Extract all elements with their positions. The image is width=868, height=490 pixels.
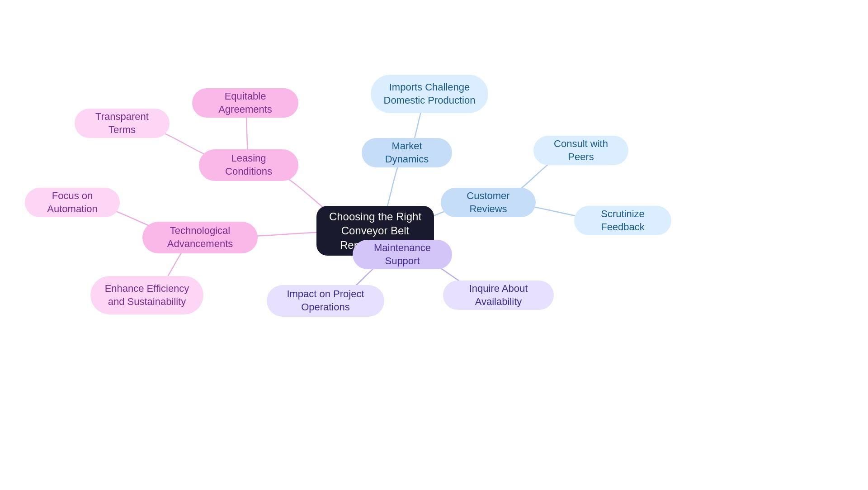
impact-operations-node[interactable]: Impact on Project Operations <box>267 285 384 317</box>
maintenance-support-node[interactable]: Maintenance Support <box>353 240 452 269</box>
imports-challenge-node[interactable]: Imports Challenge Domestic Production <box>371 75 488 113</box>
market-dynamics-node[interactable]: Market Dynamics <box>362 138 452 167</box>
transparent-terms-node[interactable]: Transparent Terms <box>75 109 170 138</box>
leasing-conditions-node[interactable]: Leasing Conditions <box>199 149 298 181</box>
scrutinize-feedback-node[interactable]: Scrutinize Feedback <box>574 206 671 235</box>
inquire-availability-node[interactable]: Inquire About Availability <box>443 281 554 310</box>
tech-advancements-node[interactable]: Technological Advancements <box>142 222 258 253</box>
enhance-efficiency-node[interactable]: Enhance Efficiency and Sustainability <box>90 276 203 314</box>
consult-peers-node[interactable]: Consult with Peers <box>533 136 628 165</box>
equitable-agreements-node[interactable]: Equitable Agreements <box>192 88 298 118</box>
focus-automation-node[interactable]: Focus on Automation <box>25 188 120 217</box>
customer-reviews-node[interactable]: Customer Reviews <box>441 188 536 217</box>
